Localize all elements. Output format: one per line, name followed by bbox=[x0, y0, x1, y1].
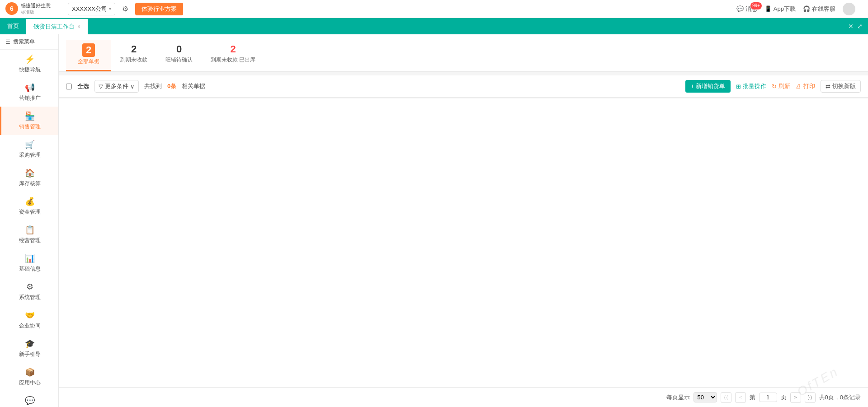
inventory-icon: 🏠 bbox=[25, 168, 35, 178]
sidebar-label-sales: 销售管理 bbox=[19, 123, 41, 131]
search-menu-label: 搜索菜单 bbox=[13, 38, 35, 46]
filter-button[interactable]: ▽ 更多条件 ∨ bbox=[94, 80, 139, 93]
search-menu-button[interactable]: ☰ 搜索菜单 bbox=[0, 34, 58, 50]
sidebar-item-basic-info[interactable]: 📊基础信息 bbox=[0, 249, 58, 277]
message-button[interactable]: 💬 消息 99+ bbox=[736, 5, 757, 13]
sidebar: ☰ 搜索菜单 ⚡快捷导航📢营销推广🏪销售管理🛒采购管理🏠库存核算💰资金管理📋经营… bbox=[0, 34, 59, 407]
sidebar-item-system[interactable]: ⚙系统管理 bbox=[0, 277, 58, 306]
batch-operation-button[interactable]: ⊞ 批量操作 bbox=[736, 82, 766, 90]
sidebar-label-guide: 新手引导 bbox=[19, 351, 41, 358]
company-selector[interactable]: XXXXXX公司 ▾ bbox=[68, 3, 115, 15]
sidebar-item-quick-nav[interactable]: ⚡快捷导航 bbox=[0, 50, 58, 78]
stat-tab-overdue[interactable]: 2到期未收款 bbox=[111, 40, 156, 71]
stat-tab-overdue-shipped[interactable]: 2到期未收款 已出库 bbox=[202, 40, 264, 71]
nav-tabs: 首页 钱货日清工作台 × ✕ ⤢ bbox=[0, 18, 868, 34]
first-page-button[interactable]: ⟨⟨ bbox=[721, 392, 731, 403]
filter-label: 更多条件 bbox=[105, 82, 128, 90]
found-suffix: 相关单据 bbox=[182, 82, 205, 90]
window-close-icon[interactable]: ✕ bbox=[848, 23, 854, 30]
sidebar-label-purchase: 采购管理 bbox=[19, 151, 41, 159]
sidebar-label-system: 系统管理 bbox=[19, 294, 41, 301]
tab-close-icon[interactable]: × bbox=[77, 23, 80, 30]
online-service-button[interactable]: 🎧 在线客服 bbox=[803, 5, 835, 13]
sidebar-item-cooperation[interactable]: 🤝企业协同 bbox=[0, 306, 58, 334]
stat-tab-all[interactable]: 2全部单据 bbox=[66, 40, 111, 71]
sidebar-label-basic-info: 基础信息 bbox=[19, 265, 41, 273]
sidebar-item-marketing[interactable]: 📢营销推广 bbox=[0, 78, 58, 107]
sidebar-item-app-center[interactable]: 📦应用中心 bbox=[0, 363, 58, 391]
pagination-bar: 每页显示 2050100200 ⟨⟨ ＜ 第 页 ＞ ⟩⟩ 共0页，0条记录 bbox=[59, 387, 868, 407]
operations-icon: 📋 bbox=[25, 225, 35, 235]
pagination-summary: 共0页，0条记录 bbox=[819, 393, 861, 402]
guide-icon: 🎓 bbox=[25, 339, 35, 349]
marketing-icon: 📢 bbox=[25, 83, 35, 93]
basic-info-icon: 📊 bbox=[25, 253, 35, 263]
select-all-checkbox[interactable] bbox=[66, 84, 72, 89]
top-right-area: 💬 消息 99+ 📱 App下载 🎧 在线客服 bbox=[736, 3, 863, 15]
content-area: 2全部单据2到期未收款0旺辅待确认2到期未收款 已出库 全选 ▽ 更多条件 ∨ … bbox=[59, 34, 868, 407]
top-bar: 6 畅捷通好生意 标准版 XXXXXX公司 ▾ ⚙ 体验行业方案 💬 消息 99… bbox=[0, 0, 868, 18]
app-download-label: App下载 bbox=[774, 5, 796, 13]
stat-num-overdue-shipped: 2 bbox=[231, 43, 236, 55]
cooperation-icon: 🤝 bbox=[25, 310, 35, 320]
page-input[interactable] bbox=[759, 393, 777, 402]
stat-tab-wangwang[interactable]: 0旺辅待确认 bbox=[156, 40, 202, 71]
sidebar-item-sales[interactable]: 🏪销售管理 bbox=[0, 107, 58, 135]
last-page-button[interactable]: ⟩⟩ bbox=[805, 392, 816, 403]
purchase-icon: 🛒 bbox=[25, 140, 35, 150]
sidebar-item-wecom[interactable]: 💬企业微信 bbox=[0, 391, 58, 407]
print-button[interactable]: 🖨 打印 bbox=[796, 82, 815, 90]
sidebar-label-marketing: 营销推广 bbox=[19, 94, 41, 102]
page-label: 第 bbox=[750, 393, 755, 402]
sidebar-item-inventory[interactable]: 🏠库存核算 bbox=[0, 164, 58, 192]
found-count: 0条 bbox=[167, 82, 176, 90]
prev-page-button[interactable]: ＜ bbox=[735, 392, 746, 403]
stat-label-overdue: 到期未收款 bbox=[120, 56, 147, 64]
trial-button[interactable]: 体验行业方案 bbox=[135, 3, 183, 15]
search-icon: ☰ bbox=[5, 39, 10, 45]
message-badge: 99+ bbox=[750, 2, 762, 9]
home-tab-label: 首页 bbox=[7, 22, 19, 30]
sidebar-item-guide[interactable]: 🎓新手引导 bbox=[0, 334, 58, 363]
settings-icon[interactable]: ⚙ bbox=[119, 3, 132, 15]
logo-area: 6 畅捷通好生意 标准版 bbox=[5, 2, 64, 15]
sidebar-label-quick-nav: 快捷导航 bbox=[19, 66, 41, 74]
stat-label-overdue-shipped: 到期未收款 已出库 bbox=[211, 56, 255, 64]
found-prefix: 共找到 bbox=[144, 82, 162, 90]
tab-qinghuori[interactable]: 钱货日清工作台 × bbox=[26, 18, 88, 34]
sidebar-label-operations: 经营管理 bbox=[19, 237, 41, 244]
sales-icon: 🏪 bbox=[25, 111, 35, 121]
company-name: XXXXXX公司 bbox=[72, 5, 107, 13]
active-tab-label: 钱货日清工作台 bbox=[33, 23, 75, 31]
tab-home[interactable]: 首页 bbox=[0, 18, 26, 34]
switch-icon: ⇄ bbox=[826, 83, 830, 90]
service-icon: 🎧 bbox=[803, 5, 810, 12]
window-expand-icon[interactable]: ⤢ bbox=[857, 23, 863, 30]
refresh-button[interactable]: ↻ 刷新 bbox=[772, 82, 790, 90]
sidebar-label-finance: 资金管理 bbox=[19, 208, 41, 216]
app-download-button[interactable]: 📱 App下载 bbox=[764, 5, 796, 13]
sidebar-label-cooperation: 企业协同 bbox=[19, 322, 41, 330]
per-page-select[interactable]: 2050100200 bbox=[693, 392, 717, 402]
sidebar-item-operations[interactable]: 📋经营管理 bbox=[0, 220, 58, 249]
filter-chevron-icon: ∨ bbox=[130, 83, 135, 90]
app-center-icon: 📦 bbox=[25, 367, 35, 377]
avatar[interactable] bbox=[843, 3, 855, 15]
filter-icon: ▽ bbox=[99, 83, 103, 90]
finance-icon: 💰 bbox=[25, 196, 35, 206]
message-icon: 💬 bbox=[736, 5, 744, 12]
switch-version-button[interactable]: ⇄ 切换新版 bbox=[821, 80, 861, 93]
next-page-button[interactable]: ＞ bbox=[790, 392, 801, 403]
main-layout: ☰ 搜索菜单 ⚡快捷导航📢营销推广🏪销售管理🛒采购管理🏠库存核算💰资金管理📋经营… bbox=[0, 34, 868, 407]
stat-label-all: 全部单据 bbox=[78, 58, 99, 65]
online-service-label: 在线客服 bbox=[812, 5, 835, 13]
new-sale-order-button[interactable]: + 新增销货单 bbox=[685, 80, 731, 93]
sidebar-item-purchase[interactable]: 🛒采购管理 bbox=[0, 135, 58, 164]
batch-label: 批量操作 bbox=[743, 82, 766, 90]
stat-label-wangwang: 旺辅待确认 bbox=[165, 56, 193, 64]
stats-tabs: 2全部单据2到期未收款0旺辅待确认2到期未收款 已出库 bbox=[59, 34, 868, 72]
sidebar-item-finance[interactable]: 💰资金管理 bbox=[0, 192, 58, 220]
sidebar-label-app-center: 应用中心 bbox=[19, 379, 41, 387]
chevron-down-icon: ▾ bbox=[109, 6, 111, 11]
stat-num-all: 2 bbox=[82, 43, 95, 57]
